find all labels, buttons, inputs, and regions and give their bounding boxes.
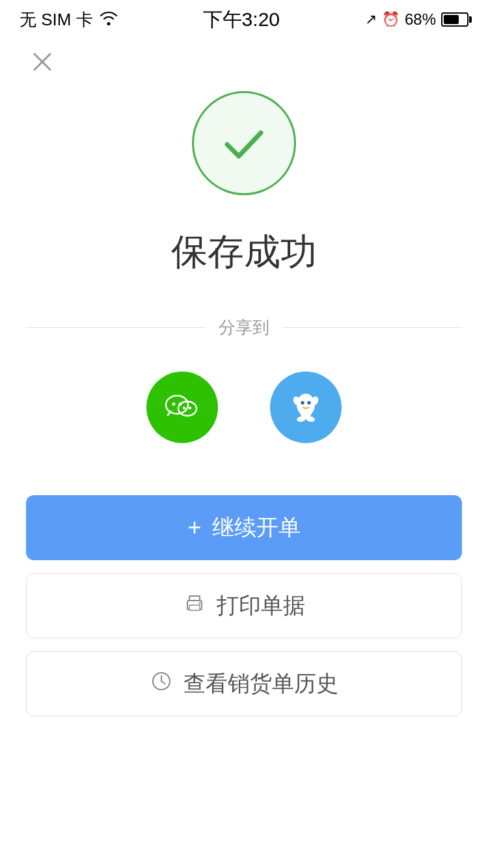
svg-point-7 <box>189 407 191 409</box>
continue-button[interactable]: + 继续开单 <box>26 495 462 560</box>
battery-indicator <box>441 12 468 27</box>
status-indicators: ↗ ⏰ 68% <box>365 10 468 29</box>
history-label: 查看销货单历史 <box>183 669 338 699</box>
status-time: 下午3:20 <box>203 7 280 33</box>
printer-icon <box>183 591 206 620</box>
share-section: 分享到 <box>0 316 488 339</box>
action-buttons: + 继续开单 打印单据 <box>0 495 488 716</box>
svg-point-4 <box>172 403 176 406</box>
divider-left <box>26 327 206 328</box>
qq-share-button[interactable] <box>270 372 342 443</box>
success-title: 保存成功 <box>171 228 317 277</box>
wifi-icon <box>100 10 118 30</box>
print-label: 打印单据 <box>217 591 305 621</box>
success-circle <box>192 91 296 195</box>
svg-point-13 <box>308 402 310 404</box>
wechat-share-button[interactable] <box>146 372 218 443</box>
status-bar: 无 SIM 卡 下午3:20 ↗ ⏰ 68% <box>0 0 488 39</box>
svg-point-2 <box>166 396 188 414</box>
print-button[interactable]: 打印单据 <box>26 573 462 638</box>
svg-point-12 <box>302 402 304 404</box>
svg-point-20 <box>199 603 201 604</box>
clock-icon <box>150 670 173 698</box>
share-label: 分享到 <box>206 316 282 339</box>
alarm-icon: ⏰ <box>382 11 400 28</box>
history-button[interactable]: 查看销货单历史 <box>26 651 462 716</box>
svg-line-23 <box>161 681 165 684</box>
share-icons <box>146 372 342 443</box>
svg-rect-19 <box>189 605 200 610</box>
location-icon: ↗ <box>365 11 377 28</box>
carrier-text: 无 SIM 卡 <box>20 8 93 31</box>
continue-icon: + <box>187 514 201 541</box>
status-carrier: 无 SIM 卡 <box>20 8 118 31</box>
divider-right <box>282 327 462 328</box>
battery-percent: 68% <box>405 10 436 29</box>
continue-label: 继续开单 <box>212 513 301 543</box>
svg-point-6 <box>183 407 185 409</box>
close-button[interactable] <box>26 46 59 78</box>
main-content: 保存成功 分享到 <box>0 39 488 716</box>
svg-point-5 <box>179 403 182 406</box>
